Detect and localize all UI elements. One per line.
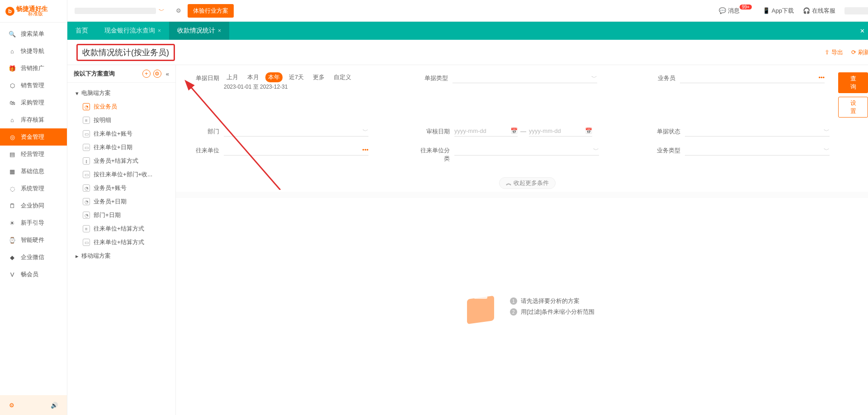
sidebar-item-12[interactable]: ⌚智能硬件 [0,231,67,249]
export-button[interactable]: ⇧导出 [825,48,843,57]
tab-close-icon[interactable]: × [158,28,161,34]
settings-button[interactable]: 设置 [838,97,868,118]
gear-icon[interactable]: ⚙ [176,7,181,14]
scheme-icon: ▭ [83,239,90,246]
audit-date-from[interactable]: yyyy-mm-dd📅 [454,126,518,137]
scheme-label: 业务员+结算方式 [94,157,138,165]
nav-icon: ▤ [8,151,16,158]
nav-label: 快捷导航 [21,47,44,55]
scheme-icon: ⫿ [83,157,90,165]
tab-1[interactable]: 现金银行流水查询× [96,22,169,40]
tab-close-icon[interactable]: × [218,28,221,34]
chevron-down-icon: ﹀ [159,7,165,15]
nav-label: 新手引导 [21,219,44,227]
org-selector[interactable]: ﹀ [75,7,170,15]
sidebar-item-1[interactable]: ⌂快捷导航 [0,42,67,60]
date-split: — [520,128,526,135]
nav-label: 企业微信 [21,253,44,261]
nav-label: 企业协同 [21,202,44,210]
tree-item[interactable]: ◔按业务员 [67,100,175,113]
tree-group[interactable]: ▸移动端方案 [67,249,175,263]
scheme-label: 按明细 [94,116,111,124]
messages-link[interactable]: 💬 消息 99+ [719,7,754,15]
scheme-icon: ▭ [83,130,90,137]
step-1-text: 请先选择要分析的方案 [521,297,580,305]
sidebar-item-7[interactable]: ▤经营管理 [0,146,67,163]
date-from-placeholder: yyyy-mm-dd [454,127,486,134]
scheme-label: 往来单位+结算方式 [94,225,144,233]
nav-icon: V [8,271,16,278]
tree-item[interactable]: ≡按明细 [67,113,175,127]
app-download-link[interactable]: 📱 App下载 [763,7,794,15]
avatar[interactable] [844,7,868,14]
date-opt[interactable]: 自定义 [331,72,354,82]
phone-icon: 📱 [763,7,770,14]
sidebar-bottom: ⚙ 🔊 [0,395,67,415]
logo-icon: b [5,7,14,16]
experience-button[interactable]: 体验行业方案 [188,4,234,18]
sidebar-item-6[interactable]: ◎资金管理 [0,128,67,146]
tree-group[interactable]: ▾电脑端方案 [67,86,175,100]
tree-item[interactable]: ≡往来单位+结算方式 [67,222,175,236]
sidebar-item-0[interactable]: 🔍搜索菜单 [0,25,67,42]
fold-button[interactable]: ︽ 收起更多条件 [499,177,556,189]
chevron-icon: ▸ [75,253,79,259]
doc-type-select[interactable]: ﹀ [453,72,597,83]
service-link[interactable]: 🎧 在线客服 [803,7,835,15]
refresh-button[interactable]: ⟳刷新 [851,48,868,57]
scheme-settings-icon[interactable]: ⚙ [153,70,161,78]
sidebar-item-9[interactable]: ◌系统管理 [0,180,67,197]
status-label: 单据状态 [648,126,680,136]
tree-item[interactable]: ◔部门+日期 [67,208,175,222]
scheme-icon: ▭ [83,171,90,178]
tree-item[interactable]: ▭往来单位+账号 [67,127,175,141]
sidebar-item-3[interactable]: ⬡销售管理 [0,77,67,94]
tree-item[interactable]: ▭往来单位+日期 [67,141,175,154]
more-icon: ••• [362,146,368,153]
nav-icon: ⌂ [8,117,16,123]
speaker-icon[interactable]: 🔊 [51,402,58,409]
tree-item[interactable]: ◔业务员+日期 [67,195,175,208]
nav-icon: ◆ [8,254,16,261]
nav-label: 库存核算 [21,116,44,124]
cucat-select[interactable]: ﹀ [454,145,599,156]
sidebar-item-11[interactable]: ☀新手引导 [0,214,67,231]
sidebar-item-5[interactable]: ⌂库存核算 [0,111,67,128]
status-select[interactable]: ﹀ [685,126,830,137]
audit-date-to[interactable]: yyyy-mm-dd📅 [529,126,592,137]
sidebar-item-4[interactable]: 🛍采购管理 [0,94,67,111]
nav-label: 经营管理 [21,150,44,158]
btype-select[interactable]: ﹀ [685,145,830,156]
nav-icon: 🎁 [8,65,16,72]
tab-close-icon[interactable]: ✕ [860,28,865,34]
sidebar-item-2[interactable]: 🎁营销推广 [0,60,67,77]
salesman-select[interactable]: ••• [680,72,825,83]
date-to-placeholder: yyyy-mm-dd [529,127,561,134]
messages-badge: 99+ [740,5,752,9]
tab-label: 收款情况统计 [177,27,215,35]
sidebar-item-8[interactable]: ▦基础信息 [0,163,67,180]
tree-item[interactable]: ◔业务员+账号 [67,181,175,195]
app-label: App下载 [772,7,794,15]
scheme-icon: ≡ [83,225,90,232]
nav-label: 基础信息 [21,167,44,175]
org-placeholder [75,8,156,14]
tree-item[interactable]: ⫿业务员+结算方式 [67,154,175,168]
messages-label: 消息 [728,7,740,15]
nav-icon: 🗒 [8,203,16,209]
scheme-label: 业务员+日期 [94,198,127,206]
scheme-icon: ≡ [83,117,90,124]
nav-label: 智能硬件 [21,236,44,244]
tree-item[interactable]: ▭按往来单位+部门+收... [67,168,175,181]
query-button[interactable]: 查询 [838,72,868,93]
sidebar-item-13[interactable]: ◆企业微信 [0,249,67,266]
tab-2[interactable]: 收款情况统计× [169,22,229,40]
tab-0[interactable]: 首页 [67,22,96,40]
sidebar-item-10[interactable]: 🗒企业协同 [0,197,67,214]
settings-icon[interactable]: ⚙ [9,402,14,409]
chat-icon: 💬 [719,7,726,14]
collapse-icon[interactable]: « [166,71,169,77]
sidebar-item-14[interactable]: V畅会员 [0,266,67,283]
tree-item[interactable]: ▭往来单位+结算方式 [67,236,175,249]
add-scheme-icon[interactable]: + [142,70,151,78]
